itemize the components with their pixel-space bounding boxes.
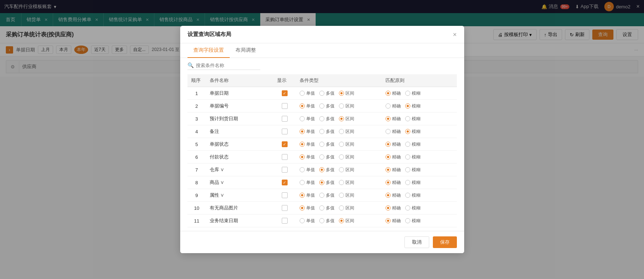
modal-table: 顺序 条件名称 显示 条件类型 匹配原则 1单据日期单值多值区间精确模糊2单据编…: [187, 74, 457, 77]
modal-table-wrap: 顺序 条件名称 显示 条件类型 匹配原则 1单据日期单值多值区间精确模糊2单据编…: [180, 74, 464, 77]
th-type: 条件类型: [296, 74, 382, 77]
modal-tab-layout[interactable]: 布局调整: [230, 43, 262, 58]
modal-tabs: 查询字段设置 布局调整: [180, 43, 464, 58]
modal-title: 设置查询区域布局: [187, 31, 231, 38]
modal-search-area: 🔍: [180, 58, 464, 74]
modal-header: 设置查询区域布局 ×: [180, 26, 464, 43]
modal-dialog: 设置查询区域布局 × 查询字段设置 布局调整 🔍 顺序: [180, 26, 464, 77]
th-name: 条件名称: [206, 74, 273, 77]
th-order: 顺序: [187, 74, 206, 77]
th-match: 匹配原则: [382, 74, 457, 77]
modal-close-button[interactable]: ×: [453, 31, 457, 38]
search-icon: 🔍: [187, 62, 194, 68]
search-box: 🔍: [187, 62, 260, 70]
modal-tab-query-fields[interactable]: 查询字段设置: [187, 43, 230, 58]
th-show: 显示: [273, 74, 296, 77]
modal-overlay: 设置查询区域布局 × 查询字段设置 布局调整 🔍 顺序: [0, 0, 644, 77]
search-input[interactable]: [196, 63, 254, 68]
